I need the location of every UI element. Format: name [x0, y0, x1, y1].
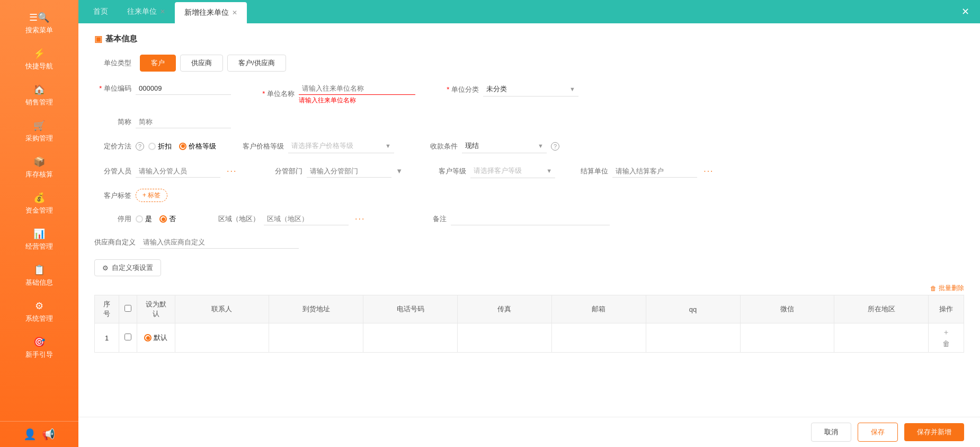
customer-level-select[interactable]: 请选择客户等级 ▼	[470, 164, 555, 178]
sidebar-item-quick-nav[interactable]: ⚡ 快捷导航	[0, 41, 78, 77]
user-icon[interactable]: 👤	[23, 428, 37, 441]
manager-more-btn[interactable]: ···	[225, 166, 239, 176]
unit-name-input[interactable]	[299, 82, 415, 95]
save-new-button[interactable]: 保存并新增	[904, 423, 964, 441]
radio-yes[interactable]: 是	[136, 214, 152, 224]
row-customer-tags: 客户标签 + 标签	[94, 189, 964, 202]
sidebar-item-operations[interactable]: 📊 经营管理	[0, 222, 78, 258]
col-index: 序号	[95, 295, 119, 323]
short-name-input[interactable]	[136, 116, 231, 128]
wechat-input[interactable]	[746, 334, 829, 342]
sidebar-item-purchase[interactable]: 🛒 采购管理	[0, 113, 78, 150]
type-btn-both[interactable]: 客户/供应商	[227, 55, 286, 72]
row-checkbox[interactable]	[119, 323, 137, 353]
info-icon: ▣	[94, 34, 102, 44]
guide-icon: 🎯	[33, 336, 45, 348]
radio-no[interactable]: 否	[159, 214, 176, 224]
unit-type-label: 单位类型	[94, 58, 131, 68]
department-input[interactable]	[307, 165, 391, 178]
radio-price-level[interactable]: 价格等级	[179, 142, 216, 151]
row-address-input[interactable]	[269, 323, 363, 353]
type-btn-customer[interactable]: 客户	[140, 55, 176, 72]
remarks-input[interactable]	[451, 213, 610, 225]
row-delete-btn[interactable]: 🗑	[940, 338, 952, 349]
row-fax-input[interactable]	[457, 323, 551, 353]
col-region: 所在地区	[834, 295, 929, 323]
sidebar-item-finance[interactable]: 💰 资金管理	[0, 186, 78, 222]
table-row: 1 默认	[95, 323, 964, 353]
custom-settings-button[interactable]: ⚙ 自定义项设置	[94, 259, 161, 276]
group-customer-tags: 客户标签 + 标签	[94, 189, 167, 202]
tab-transactions[interactable]: 往来单位 ✕	[118, 0, 175, 23]
payment-terms-select[interactable]: 现结 ▼	[462, 139, 547, 153]
save-button[interactable]: 保存	[858, 423, 898, 442]
contact-input[interactable]	[181, 334, 264, 342]
cancel-button[interactable]: 取消	[811, 423, 851, 442]
close-tab-new-transaction[interactable]: ✕	[232, 9, 237, 16]
row-email-input[interactable]	[551, 323, 646, 353]
address-input[interactable]	[274, 334, 358, 342]
department-label: 分管部门	[265, 166, 302, 176]
supplier-custom-label: 供应商自定义	[94, 238, 136, 247]
pricing-help-icon[interactable]: ?	[136, 142, 144, 151]
region-more-btn[interactable]: ···	[353, 214, 367, 224]
tab-home[interactable]: 首页	[84, 0, 118, 23]
col-fax: 传真	[457, 295, 551, 323]
row-disable-region: 停用 是 否 区域（地区） ···	[94, 213, 964, 225]
sidebar-item-basic-info[interactable]: 📋 基础信息	[0, 258, 78, 294]
phone-input[interactable]	[369, 334, 452, 342]
chart-icon: 📊	[33, 228, 45, 240]
col-default: 设为默认	[137, 295, 175, 323]
sidebar-item-sales[interactable]: 🏠 销售管理	[0, 77, 78, 113]
qq-input[interactable]	[652, 334, 735, 342]
row-phone-input[interactable]	[363, 323, 458, 353]
unit-category-select[interactable]: 未分类 ▼	[483, 82, 578, 97]
radio-no-circle	[159, 215, 167, 223]
row-actions: ＋ 🗑	[929, 323, 964, 353]
settlement-unit-input[interactable]	[612, 165, 697, 178]
row-supplier-custom: 供应商自定义	[94, 236, 964, 249]
radio-discount[interactable]: 折扣	[148, 142, 172, 151]
disable-label: 停用	[94, 214, 131, 224]
row-default-radio[interactable]: 默认	[142, 333, 169, 343]
select-all-checkbox[interactable]	[124, 305, 131, 312]
customer-price-level-select[interactable]: 请选择客户价格等级 ▼	[288, 139, 394, 153]
row-wechat-input[interactable]	[740, 323, 834, 353]
notification-icon[interactable]: 📢	[42, 428, 55, 441]
clipboard-icon: 📋	[33, 264, 45, 276]
close-tab-transactions[interactable]: ✕	[160, 8, 165, 15]
sidebar-item-guide[interactable]: 🎯 新手引导	[0, 330, 78, 366]
batch-delete-label[interactable]: 批量删除	[939, 284, 964, 293]
unit-code-input[interactable]	[136, 82, 231, 95]
sidebar-item-search[interactable]: ☰🔍 搜索菜单	[0, 5, 78, 41]
row-contact-input[interactable]	[175, 323, 269, 353]
row-unit-code-name-category: 单位编码 单位名称 请输入往来单位名称 单位分类 未分类 ▼	[94, 82, 964, 105]
row-select-checkbox[interactable]	[124, 334, 131, 340]
payment-help-icon[interactable]: ?	[551, 142, 559, 151]
sidebar-item-inventory[interactable]: 📦 库存核算	[0, 150, 78, 186]
fax-input[interactable]	[463, 334, 546, 342]
manager-input[interactable]	[136, 165, 220, 178]
settlement-more-btn[interactable]: ···	[701, 166, 716, 176]
sidebar-item-system[interactable]: ⚙ 系统管理	[0, 294, 78, 330]
row-region-input[interactable]	[834, 323, 929, 353]
row-add-btn[interactable]: ＋	[940, 327, 952, 338]
row-qq-input[interactable]	[646, 323, 740, 353]
supplier-custom-input[interactable]	[140, 236, 299, 249]
disable-radio-group: 是 否	[136, 214, 176, 224]
group-payment-terms: 收款条件 现结 ▼ ?	[421, 139, 559, 153]
region-input[interactable]	[264, 213, 349, 225]
tab-new-transaction[interactable]: 新增往来单位 ✕	[175, 2, 247, 23]
unit-name-wrap: 请输入往来单位名称	[299, 82, 415, 105]
type-btn-supplier[interactable]: 供应商	[180, 55, 223, 72]
batch-delete-row: 🗑 批量删除	[94, 284, 964, 293]
email-input[interactable]	[557, 334, 640, 342]
lightning-icon: ⚡	[33, 48, 45, 59]
row-default[interactable]: 默认	[137, 323, 175, 353]
col-contact: 联系人	[175, 295, 269, 323]
close-window-button[interactable]: ✕	[956, 6, 975, 17]
unit-name-label: 单位名称	[257, 89, 295, 99]
region-field-input[interactable]	[840, 334, 923, 342]
add-tag-button[interactable]: + 标签	[136, 189, 167, 202]
pricing-radio-group: 折扣 价格等级	[148, 142, 216, 151]
